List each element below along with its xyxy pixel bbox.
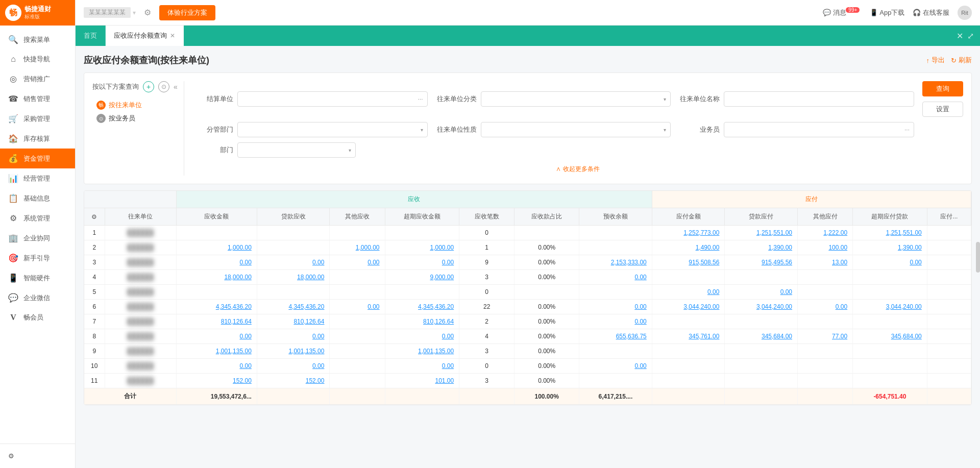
sidebar-item-member[interactable]: V 畅会员 [0, 308, 75, 327]
partner-name-input[interactable] [724, 91, 914, 107]
th-ar-amount: 应收金额 [176, 208, 257, 226]
footer-label: 合计 [84, 388, 176, 405]
promo-button[interactable]: 体验行业方案 [159, 5, 215, 20]
guide-icon: 🎯 [8, 253, 18, 263]
search-icon: 🔍 [8, 35, 18, 44]
footer-ap-more [927, 388, 971, 405]
sidebar-item-guide[interactable]: 🎯 新手引导 [0, 248, 75, 268]
settlement-unit-input[interactable]: ··· [237, 91, 428, 107]
partner-nature-input[interactable]: ▾ [481, 122, 671, 137]
collapse-icon: ∧ [556, 165, 561, 173]
action-buttons: 查询 设置 [922, 81, 963, 117]
export-icon: ↑ [926, 57, 930, 64]
search-panel-header: 按以下方案查询 + ⊙ « [92, 81, 178, 92]
footer-ap-loan [725, 388, 798, 405]
scheme-by-unit[interactable]: 畅 按往来单位 [92, 98, 178, 112]
tab-home[interactable]: 首页 [76, 26, 106, 46]
hardware-icon: 📱 [8, 273, 18, 283]
query-button[interactable]: 查询 [922, 81, 963, 96]
sidebar-item-inventory[interactable]: 🏠 库存核算 [0, 129, 75, 149]
sidebar-item-quick[interactable]: ⌂ 快捷导航 [0, 50, 75, 69]
scheme-unit-icon: 畅 [96, 101, 106, 110]
member-icon: V [8, 313, 18, 322]
refresh-button[interactable]: ↻ 刷新 [951, 56, 972, 65]
sidebar-item-marketing[interactable]: ◎ 营销推广 [0, 69, 75, 89]
basic-icon: 📋 [8, 193, 18, 203]
partner-category-input[interactable]: ▾ [481, 91, 671, 107]
partner-category-field: 往来单位分类 ▾ [436, 91, 671, 107]
th-ap-amount: 应付金额 [652, 208, 725, 226]
table-row: 6██████4,345,436.204,345,436.200.004,345… [84, 300, 971, 314]
settings-icon: ⚙ [8, 452, 14, 460]
footer-ar-amount: 19,553,472,6... [176, 388, 257, 405]
search-row-2: 分管部门 ▾ 往来单位性质 ▾ 业务员 ··· [192, 122, 963, 137]
topbar: 某某某某某某 ▾ ⚙ 体验行业方案 💬 消息 99+ 📱 App下载 🎧 在线客… [76, 0, 980, 26]
settings-col-icon[interactable]: ⚙ [91, 213, 97, 220]
wechat-icon: 💬 [8, 293, 18, 303]
service-button[interactable]: 🎧 在线客服 [913, 8, 949, 17]
sidebar-item-wechat[interactable]: 💬 企业微信 [0, 288, 75, 308]
search-row-1: 结算单位 ··· 往来单位分类 ▾ 往来单位名称 [192, 81, 963, 117]
th-ar-other: 其他应收 [330, 208, 385, 226]
app-download-button[interactable]: 📱 App下载 [870, 8, 904, 17]
sidebar-item-sales[interactable]: ☎ 销售管理 [0, 89, 75, 109]
home-icon: ⌂ [8, 55, 18, 64]
dept-field: 部门 ▾ [192, 142, 356, 158]
tab-close-icon[interactable]: ✕ [170, 32, 175, 39]
footer-ar-count [459, 388, 514, 405]
th-ar-group: 应收 [176, 191, 652, 208]
table-row: 10██████0.000.000.0000.00%0.00 [84, 359, 971, 374]
search-row-3: 部门 ▾ [192, 142, 963, 158]
config-scheme-button[interactable]: ⊙ [158, 81, 169, 92]
th-ap-overdue: 超期应付贷款 [853, 208, 927, 226]
tab-maximize-icon[interactable]: ⤢ [967, 31, 974, 41]
th-ap-group: 应付 [652, 191, 971, 208]
th-ap-other: 其他应付 [798, 208, 853, 226]
sidebar-settings-button[interactable]: ⚙ [0, 448, 75, 464]
th-prepay: 预收余额 [579, 208, 652, 226]
logo-text: 畅捷通财 标准版 [24, 5, 51, 20]
dept-input[interactable]: ▾ [237, 142, 356, 158]
page-actions: ↑ 导出 ↻ 刷新 [926, 56, 972, 65]
sidebar-item-enterprise[interactable]: 🏢 企业协同 [0, 228, 75, 248]
manage-dept-input[interactable]: ▾ [237, 122, 428, 137]
gear-icon[interactable]: ⚙ [144, 8, 151, 17]
tab-arbalance[interactable]: 应收应付余额查询 ✕ [106, 26, 184, 46]
sidebar-item-hardware[interactable]: 📱 智能硬件 [0, 268, 75, 288]
export-button[interactable]: ↑ 导出 [926, 56, 945, 65]
th-ap-loan: 贷款应付 [725, 208, 798, 226]
capital-icon: 💰 [8, 154, 18, 163]
sales-icon: ☎ [8, 94, 18, 104]
avatar: Rit [958, 6, 972, 20]
add-scheme-button[interactable]: + [143, 81, 154, 92]
message-icon: 💬 [823, 9, 831, 16]
th-index: ⚙ [84, 208, 105, 226]
sidebar-item-search[interactable]: 🔍 搜索菜单 [0, 30, 75, 50]
collapse-more-button[interactable]: ∧ 收起更多条件 [192, 163, 963, 176]
breadcrumb: 某某某某某某 ▾ [84, 7, 136, 18]
service-icon: 🎧 [913, 9, 921, 16]
table-row: 8██████0.000.000.0040.00%655,636.75345,7… [84, 329, 971, 344]
sidebar-item-capital[interactable]: 💰 资金管理 [0, 149, 75, 168]
salesperson-input[interactable]: ··· [724, 122, 914, 137]
tab-close-window-icon[interactable]: ✕ [957, 31, 963, 41]
sidebar-item-system[interactable]: ⚙ 系统管理 [0, 208, 75, 228]
message-button[interactable]: 💬 消息 99+ [823, 8, 862, 17]
sidebar-logo: 畅 畅捷通财 标准版 [0, 0, 75, 26]
refresh-icon: ↻ [951, 57, 957, 64]
th-ap-more: 应付... [927, 208, 971, 226]
scheme-by-staff[interactable]: ⊙ 按业务员 [92, 112, 178, 125]
scheme-staff-icon: ⊙ [96, 114, 106, 123]
manage-dept-field: 分管部门 ▾ [192, 122, 428, 137]
sidebar-item-purchase[interactable]: 🛒 采购管理 [0, 109, 75, 129]
sidebar-item-basic[interactable]: 📋 基础信息 [0, 188, 75, 208]
footer-ap-other [798, 388, 853, 405]
sidebar: 畅 畅捷通财 标准版 🔍 搜索菜单 ⌂ 快捷导航 ◎ 营销推广 ☎ 销售管理 🛒… [0, 0, 76, 468]
collapse-scheme-button[interactable]: « [174, 83, 178, 91]
data-table-wrapper: 应收 应付 ⚙ 往来单位 应收金额 贷款应收 其他应收 超期应收金额 应收笔数 … [84, 190, 972, 405]
table-row: 2██████1,000.001,000.001,000.0010.00%1,4… [84, 240, 971, 255]
setting-button[interactable]: 设置 [922, 102, 963, 117]
operation-icon: 📊 [8, 174, 18, 183]
sidebar-item-operation[interactable]: 📊 经营管理 [0, 168, 75, 188]
user-menu[interactable]: Rit [958, 6, 972, 20]
